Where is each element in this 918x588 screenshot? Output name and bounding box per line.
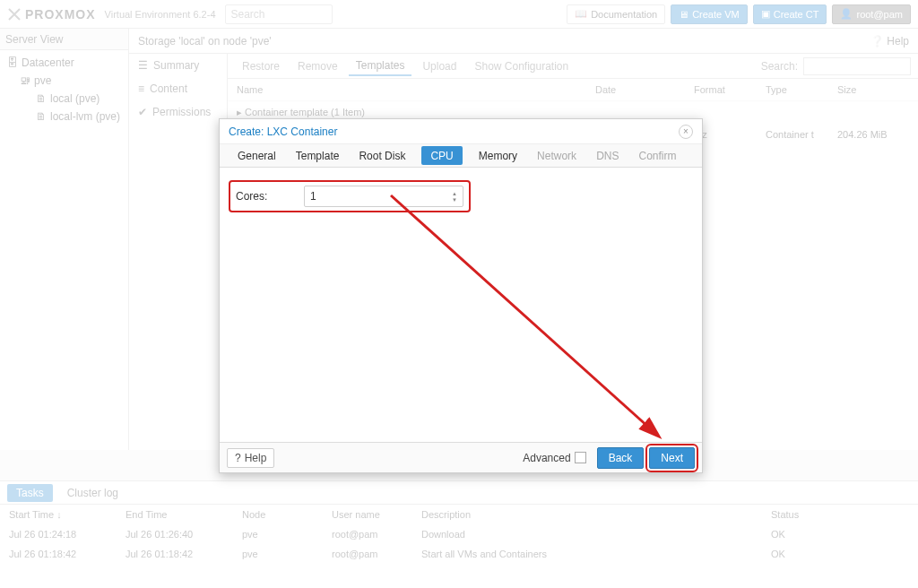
book-icon: 📖 [575, 8, 587, 20]
permissions-icon: ✔ [138, 106, 147, 118]
dialog-tabs: General Template Root Disk CPU Memory Ne… [220, 144, 702, 168]
upload-button[interactable]: Upload [415, 57, 463, 75]
showcfg-button[interactable]: Show Configuration [467, 57, 576, 75]
node-icon: 🖳 [20, 74, 30, 87]
vtab-permissions[interactable]: ✔Permissions [129, 100, 227, 124]
restore-button[interactable]: Restore [235, 57, 287, 75]
log-row[interactable]: Jul 26 01:18:42Jul 26 01:18:42 pveroot@p… [0, 544, 918, 564]
vtab-content[interactable]: ≡Content [129, 77, 227, 100]
dialog-titlebar: Create: LXC Container × [220, 119, 702, 144]
spinner-icon[interactable]: ▲▼ [452, 191, 457, 203]
user-menu[interactable]: 👤root@pam [832, 4, 911, 24]
vtab-summary[interactable]: ☰Summary [129, 54, 227, 77]
logo: PROXMOX [7, 7, 96, 22]
cores-label: Cores: [236, 190, 304, 203]
vertical-tabs: ☰Summary ≡Content ✔Permissions [129, 54, 228, 450]
search-label: Search: [761, 60, 798, 73]
tab-general[interactable]: General [234, 144, 280, 167]
advanced-checkbox[interactable] [575, 452, 586, 463]
log-header: Start Time ↓End Time NodeUser name Descr… [0, 505, 918, 524]
disk-icon: 🗎 [36, 110, 47, 123]
back-button[interactable]: Back [597, 447, 645, 469]
tree-local[interactable]: 🗎local (pve) [0, 90, 128, 108]
log-row[interactable]: Jul 26 01:24:18Jul 26 01:26:40 pveroot@p… [0, 524, 918, 544]
cores-input[interactable]: 1 ▲▼ [304, 186, 463, 207]
tab-cpu[interactable]: CPU [421, 146, 462, 165]
top-header: PROXMOX Virtual Environment 6.2-4 Search… [0, 0, 918, 29]
tab-tasks[interactable]: Tasks [7, 484, 53, 502]
dialog-body: Cores: 1 ▲▼ [220, 168, 702, 442]
tab-network: Network [533, 144, 580, 167]
content-icon: ≡ [138, 82, 144, 95]
cores-value: 1 [310, 190, 316, 203]
server-icon: 🗄 [7, 56, 18, 69]
tab-confirm: Confirm [635, 144, 680, 167]
tree: 🗄Datacenter 🖳pve 🗎local (pve) 🗎local-lvm… [0, 50, 128, 129]
tab-dns: DNS [593, 144, 622, 167]
create-ct-button[interactable]: ▣Create CT [753, 4, 827, 24]
tree-datacenter[interactable]: 🗄Datacenter [0, 54, 128, 72]
cube-icon: ▣ [761, 8, 770, 20]
close-icon[interactable]: × [679, 125, 693, 139]
help-link[interactable]: ❔ Help [870, 35, 909, 48]
tab-clusterlog[interactable]: Cluster log [58, 484, 127, 502]
summary-icon: ☰ [138, 59, 148, 72]
sidebar-view-select[interactable]: Server View [0, 29, 128, 50]
tab-template[interactable]: Template [292, 144, 343, 167]
version-text: Virtual Environment 6.2-4 [105, 9, 216, 20]
tree-local-lvm[interactable]: 🗎local-lvm (pve) [0, 108, 128, 125]
disk-icon: 🗎 [36, 92, 47, 105]
sidebar: Server View 🗄Datacenter 🖳pve 🗎local (pve… [0, 29, 129, 450]
create-ct-dialog: Create: LXC Container × General Template… [219, 118, 703, 473]
next-button[interactable]: Next [649, 447, 695, 469]
monitor-icon: 🖥 [679, 9, 688, 20]
create-vm-button[interactable]: 🖥Create VM [671, 4, 748, 24]
table-search-input[interactable] [803, 57, 911, 75]
tab-memory[interactable]: Memory [475, 144, 521, 167]
remove-button[interactable]: Remove [290, 57, 345, 75]
toolbar: Restore Remove Templates Upload Show Con… [228, 54, 918, 79]
templates-button[interactable]: Templates [349, 56, 412, 76]
dialog-footer: ?Help Advanced Back Next [220, 442, 702, 472]
search-input[interactable]: Search [225, 4, 333, 24]
help-icon: ? [235, 452, 241, 464]
task-log: Tasks Cluster log Start Time ↓End Time N… [0, 480, 918, 588]
help-button[interactable]: ?Help [227, 448, 274, 468]
breadcrumb: Storage 'local' on node 'pve' ❔ Help [129, 29, 918, 54]
documentation-button[interactable]: 📖Documentation [567, 4, 665, 24]
user-icon: 👤 [840, 8, 853, 20]
table-header: Name Date Format Type Size [228, 79, 918, 101]
dialog-title-text: Create: LXC Container [229, 125, 337, 138]
cores-row-highlight: Cores: 1 ▲▼ [229, 180, 471, 212]
tab-rootdisk[interactable]: Root Disk [355, 144, 409, 167]
tree-node-pve[interactable]: 🖳pve [0, 72, 128, 90]
advanced-toggle[interactable]: Advanced [523, 452, 585, 464]
